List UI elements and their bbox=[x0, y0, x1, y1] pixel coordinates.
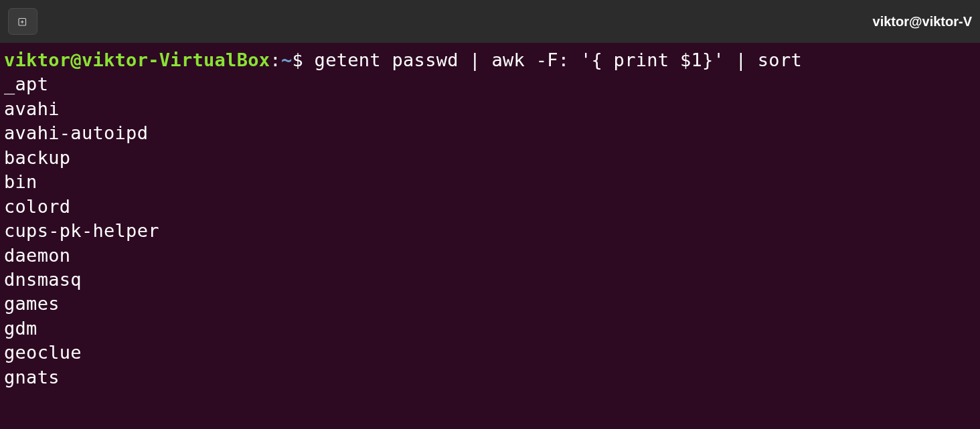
prompt-separator: : bbox=[270, 50, 281, 70]
output-line: _apt bbox=[4, 72, 976, 96]
prompt-path: ~ bbox=[281, 50, 293, 70]
output-line: gnats bbox=[4, 365, 976, 390]
output-line: geoclue bbox=[4, 341, 976, 365]
prompt-user-host: viktor@viktor-VirtualBox bbox=[4, 50, 270, 70]
command-text: getent passwd | awk -F: '{ print $1}' | … bbox=[303, 50, 802, 70]
output-line: daemon bbox=[4, 244, 976, 268]
output-line: backup bbox=[4, 146, 976, 170]
terminal[interactable]: viktor@viktor-VirtualBox:~$ getent passw… bbox=[0, 43, 980, 429]
output-line: avahi bbox=[4, 97, 976, 121]
output-line: avahi-autoipd bbox=[4, 121, 976, 145]
output-line: bin bbox=[4, 170, 976, 194]
output-line: colord bbox=[4, 195, 976, 219]
output-line: cups-pk-helper bbox=[4, 219, 976, 243]
output-line: dnsmasq bbox=[4, 268, 976, 292]
prompt-line: viktor@viktor-VirtualBox:~$ getent passw… bbox=[4, 48, 976, 72]
output-line: gdm bbox=[4, 317, 976, 341]
new-tab-icon bbox=[17, 15, 29, 27]
output-line: games bbox=[4, 292, 976, 316]
prompt-symbol: $ bbox=[292, 50, 303, 70]
window-title: viktor@viktor-V bbox=[873, 14, 972, 29]
new-tab-button[interactable] bbox=[8, 8, 37, 35]
titlebar: viktor@viktor-V bbox=[0, 0, 980, 43]
